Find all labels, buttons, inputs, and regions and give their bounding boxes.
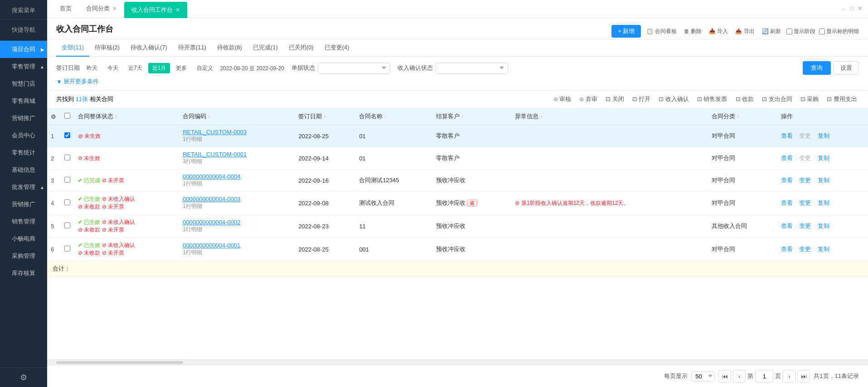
sidebar-item-member[interactable]: 会员中心 — [0, 127, 47, 144]
contract-code-link[interactable]: 0000000000004-0002 — [183, 219, 291, 226]
sidebar-item-project[interactable]: 项目合同 ▶ — [0, 41, 47, 58]
per-page-select[interactable]: 50 100 200 — [691, 371, 715, 382]
th-checkbox[interactable] — [61, 108, 74, 125]
date-btn-7days[interactable]: 近7天 — [124, 63, 146, 73]
op-sales-invoice-btn[interactable]: ⊡ 销售发票 — [695, 94, 729, 104]
th-name[interactable]: 合同名称 ↕ — [355, 108, 432, 125]
op-abandon-btn[interactable]: ⊙ 弃审 — [577, 94, 599, 104]
copy-link[interactable]: 复制 — [818, 246, 829, 252]
sidebar-search[interactable]: 搜索菜单 — [0, 0, 47, 19]
date-btn-today[interactable]: 今天 — [103, 63, 122, 73]
export-button[interactable]: 📤 导出 — [733, 27, 756, 36]
sidebar-item-smart-store[interactable]: 智慧门店 — [0, 75, 47, 92]
row-checkbox[interactable] — [61, 192, 74, 215]
tab-home[interactable]: 首页 — [53, 0, 79, 18]
sub-tab-closed[interactable]: 已关闭(0) — [283, 39, 319, 57]
sidebar-item-inventory[interactable]: 库存核算 — [0, 265, 47, 282]
sub-tab-completed[interactable]: 已完成(1) — [247, 39, 283, 57]
maximize-button[interactable]: □ — [850, 5, 854, 13]
prev-page-button[interactable]: ‹ — [733, 370, 746, 382]
income-confirm-select[interactable] — [436, 63, 508, 74]
copy-link[interactable]: 复制 — [818, 155, 829, 161]
add-button[interactable]: + 新增 — [611, 25, 641, 38]
sidebar-item-xiaochang[interactable]: 小畅电商 — [0, 230, 47, 247]
sidebar-item-sales-mgmt[interactable]: 销售管理 — [0, 213, 47, 230]
sub-tab-pending-review[interactable]: 待审核(2) — [89, 39, 125, 57]
show-marks-checkbox[interactable]: 显示标的明细 — [819, 28, 859, 35]
edit-link[interactable]: 变更 — [799, 177, 811, 184]
view-link[interactable]: 查看 — [781, 155, 793, 161]
refresh-button[interactable]: 🔄 刷新 — [760, 27, 783, 36]
doc-status-select[interactable] — [318, 63, 390, 74]
sidebar-item-marketing[interactable]: 营销推广 — [0, 110, 47, 127]
sub-tab-changed[interactable]: 已变更(4) — [319, 39, 355, 57]
th-overall-status[interactable]: 合同整体状态 ↕ — [74, 108, 179, 125]
sub-tab-pending-invoice[interactable]: 待开票(11) — [173, 39, 212, 57]
date-btn-1month[interactable]: 近1月 — [148, 63, 170, 73]
sidebar-item-basic-info[interactable]: 基础信息 — [0, 161, 47, 179]
sidebar-item-retail-mall[interactable]: 零售商城 — [0, 92, 47, 110]
th-code[interactable]: 合同编码 ↕ — [179, 108, 295, 125]
import-button[interactable]: 📥 导入 — [707, 27, 730, 36]
op-open-btn[interactable]: ⊡ 打开 — [630, 94, 653, 104]
sidebar-item-marketing2[interactable]: 营销推广 — [0, 196, 47, 213]
th-settings[interactable]: ⚙ — [47, 108, 61, 125]
close-icon[interactable]: ✕ — [112, 5, 117, 12]
op-purchase-btn[interactable]: ⊡ 采购 — [799, 94, 821, 104]
sub-tab-all[interactable]: 全部(11) — [56, 39, 89, 57]
contract-code-link[interactable]: RETAIL_CUSTOM-0003 — [183, 129, 291, 135]
scrollbar-thumb[interactable] — [56, 361, 183, 364]
row-checkbox[interactable] — [61, 147, 74, 169]
contract-code-link[interactable]: 0000000000004-0004 — [183, 173, 291, 180]
sidebar-item-retail-mgmt[interactable]: 零售管理 ▲ — [0, 58, 47, 75]
contract-code-link[interactable]: RETAIL_CUSTOM-0001 — [183, 151, 291, 158]
page-number-input[interactable] — [755, 370, 773, 382]
contract-code-link[interactable]: 0000000000004-0003 — [183, 196, 291, 203]
th-customer[interactable]: 结算客户 ↕ — [432, 108, 512, 125]
op-income-confirm-btn[interactable]: ⊡ 收入确认 — [657, 94, 691, 104]
view-link[interactable]: 查看 — [781, 132, 793, 139]
show-fields-checkbox[interactable]: 显示阶段 — [786, 28, 815, 35]
query-button[interactable]: 查询 — [803, 61, 831, 75]
view-link[interactable]: 查看 — [781, 246, 793, 252]
edit-link[interactable]: 变更 — [799, 199, 811, 206]
sub-tab-pending-payment[interactable]: 待收款(8) — [212, 39, 247, 57]
edit-link[interactable]: 变更 — [799, 223, 811, 229]
copy-link[interactable]: 复制 — [818, 177, 829, 184]
op-expense-btn[interactable]: ⊡ 费用支出 — [825, 94, 859, 104]
op-review-btn[interactable]: ⊙ 审核 — [552, 94, 573, 104]
kanban-button[interactable]: 📋 合同看板 — [645, 27, 678, 36]
sidebar-item-purchase[interactable]: 采购管理 — [0, 247, 47, 265]
date-btn-more[interactable]: 更多 — [172, 63, 191, 73]
next-page-button[interactable]: › — [783, 370, 795, 382]
close-button[interactable]: ✕ — [858, 5, 863, 13]
row-checkbox[interactable] — [61, 215, 74, 238]
delete-button[interactable]: 🗑 删除 — [682, 27, 703, 36]
tab-income-workbench[interactable]: 收入合同工作台 ✕ — [124, 2, 187, 18]
th-exception[interactable]: 异常信息 ↕ — [511, 108, 708, 125]
sidebar-item-wholesale[interactable]: 批发管理 ▲ — [0, 179, 47, 196]
last-page-button[interactable]: ⏭ — [797, 370, 810, 382]
expand-filter-button[interactable]: ▼ 展开更多条件 — [56, 77, 859, 86]
copy-link[interactable]: 复制 — [818, 223, 829, 229]
row-checkbox[interactable] — [61, 238, 74, 261]
sidebar-item-retail-stats[interactable]: 零售统计 — [0, 144, 47, 161]
sidebar-nav-label[interactable]: 快捷导航 — [0, 23, 47, 37]
contract-code-link[interactable]: 0000000000004-0001 — [183, 242, 291, 249]
op-payment-btn[interactable]: ⊡ 收款 — [734, 94, 756, 104]
copy-link[interactable]: 复制 — [818, 132, 829, 139]
th-date[interactable]: 签订日期 ↕ — [295, 108, 355, 125]
op-expense-contract-btn[interactable]: ⊡ 支出合同 — [760, 94, 794, 104]
settings-button[interactable]: 设置 — [834, 61, 859, 75]
date-btn-custom[interactable]: 自定义 — [193, 63, 217, 73]
first-page-button[interactable]: ⏮ — [718, 370, 731, 382]
view-link[interactable]: 查看 — [781, 223, 793, 229]
minimize-button[interactable]: － — [841, 5, 847, 13]
date-btn-yesterday[interactable]: 昨天 — [82, 63, 102, 73]
sub-tab-pending-confirm[interactable]: 待收入确认(7) — [125, 39, 173, 57]
view-link[interactable]: 查看 — [781, 177, 793, 184]
row-checkbox[interactable] — [61, 169, 74, 192]
edit-link[interactable]: 变更 — [799, 132, 811, 139]
gear-icon[interactable]: ⚙ — [20, 372, 27, 382]
row-checkbox[interactable] — [61, 125, 74, 147]
